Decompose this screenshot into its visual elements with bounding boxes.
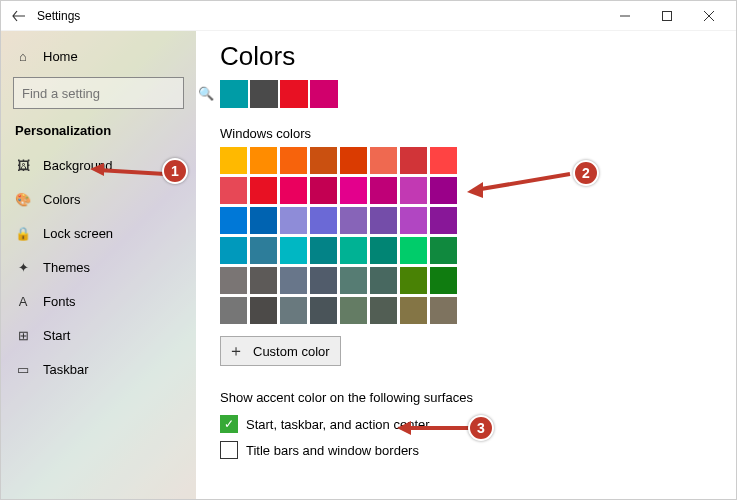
color-swatch[interactable]: [280, 177, 307, 204]
color-swatch[interactable]: [250, 237, 277, 264]
sidebar-item-label: Lock screen: [43, 226, 113, 241]
color-swatch[interactable]: [340, 177, 367, 204]
svg-rect-1: [663, 11, 672, 20]
color-swatch[interactable]: [280, 267, 307, 294]
sidebar-item-label: Taskbar: [43, 362, 89, 377]
color-swatch[interactable]: [250, 207, 277, 234]
color-swatch[interactable]: [310, 207, 337, 234]
color-swatch[interactable]: [250, 147, 277, 174]
color-swatch[interactable]: [250, 267, 277, 294]
color-swatch[interactable]: [370, 207, 397, 234]
close-button[interactable]: [688, 1, 730, 31]
window-title: Settings: [37, 9, 80, 23]
color-swatch[interactable]: [340, 267, 367, 294]
annotation-badge-2: 2: [573, 160, 599, 186]
color-swatch[interactable]: [220, 297, 247, 324]
color-swatch[interactable]: [280, 207, 307, 234]
color-swatch[interactable]: [310, 237, 337, 264]
color-swatch[interactable]: [430, 147, 457, 174]
surfaces-heading: Show accent color on the following surfa…: [220, 390, 712, 405]
home-icon: ⌂: [15, 48, 31, 64]
color-swatch[interactable]: [220, 177, 247, 204]
sidebar-item-themes[interactable]: ✦ Themes: [1, 250, 196, 284]
color-swatch[interactable]: [310, 147, 337, 174]
color-swatch[interactable]: [430, 297, 457, 324]
search-input[interactable]: [14, 86, 198, 101]
annotation-arrow-2: [465, 168, 575, 198]
annotation-badge-1: 1: [162, 158, 188, 184]
color-swatch[interactable]: [220, 147, 247, 174]
color-swatch[interactable]: [220, 237, 247, 264]
page-title: Colors: [220, 41, 712, 72]
color-swatch[interactable]: [370, 267, 397, 294]
checkbox-icon: [220, 441, 238, 459]
color-swatch[interactable]: [280, 297, 307, 324]
accent-swatch: [250, 80, 278, 108]
svg-marker-9: [397, 421, 411, 435]
checkbox-title-bars[interactable]: Title bars and window borders: [220, 441, 712, 459]
theme-icon: ✦: [15, 259, 31, 275]
color-swatch[interactable]: [430, 177, 457, 204]
color-swatch[interactable]: [370, 177, 397, 204]
sidebar-item-label: Themes: [43, 260, 90, 275]
color-swatch[interactable]: [340, 237, 367, 264]
color-swatch[interactable]: [220, 267, 247, 294]
taskbar-icon: ▭: [15, 361, 31, 377]
search-icon: 🔍: [198, 86, 214, 101]
color-swatch[interactable]: [400, 177, 427, 204]
color-swatch[interactable]: [250, 177, 277, 204]
color-swatch[interactable]: [340, 207, 367, 234]
titlebar: Settings: [1, 1, 736, 31]
color-swatch[interactable]: [220, 207, 247, 234]
accent-preview: [220, 80, 712, 108]
lock-icon: 🔒: [15, 225, 31, 241]
color-swatch[interactable]: [370, 147, 397, 174]
maximize-button[interactable]: [646, 1, 688, 31]
sidebar-item-colors[interactable]: 🎨 Colors: [1, 182, 196, 216]
color-swatch[interactable]: [400, 147, 427, 174]
color-swatch[interactable]: [280, 147, 307, 174]
color-swatch[interactable]: [400, 297, 427, 324]
sidebar-item-taskbar[interactable]: ▭ Taskbar: [1, 352, 196, 386]
home-button[interactable]: ⌂ Home: [1, 39, 196, 73]
color-swatch[interactable]: [430, 207, 457, 234]
start-icon: ⊞: [15, 327, 31, 343]
color-swatch[interactable]: [370, 297, 397, 324]
custom-color-label: Custom color: [251, 344, 340, 359]
color-swatch[interactable]: [250, 297, 277, 324]
color-swatch[interactable]: [280, 237, 307, 264]
sidebar-item-label: Start: [43, 328, 70, 343]
color-swatch[interactable]: [400, 237, 427, 264]
color-swatch[interactable]: [310, 177, 337, 204]
sidebar-item-label: Colors: [43, 192, 81, 207]
custom-color-button[interactable]: ＋ Custom color: [220, 336, 341, 366]
color-swatch[interactable]: [310, 297, 337, 324]
color-swatch[interactable]: [340, 147, 367, 174]
checkbox-icon: ✓: [220, 415, 238, 433]
picture-icon: 🖼: [15, 157, 31, 173]
checkbox-label: Title bars and window borders: [246, 443, 419, 458]
sidebar-item-lock-screen[interactable]: 🔒 Lock screen: [1, 216, 196, 250]
category-heading: Personalization: [1, 117, 196, 148]
color-swatch[interactable]: [340, 297, 367, 324]
accent-swatch: [280, 80, 308, 108]
sidebar-item-fonts[interactable]: A Fonts: [1, 284, 196, 318]
svg-marker-7: [467, 182, 483, 198]
color-swatch[interactable]: [400, 207, 427, 234]
svg-marker-5: [90, 163, 104, 176]
svg-line-6: [475, 174, 570, 190]
color-swatch[interactable]: [430, 267, 457, 294]
sidebar-item-start[interactable]: ⊞ Start: [1, 318, 196, 352]
plus-icon: ＋: [221, 336, 251, 366]
accent-swatch: [220, 80, 248, 108]
sidebar: ⌂ Home 🔍 Personalization 🖼 Background 🎨 …: [1, 31, 196, 499]
color-swatch[interactable]: [310, 267, 337, 294]
minimize-button[interactable]: [604, 1, 646, 31]
color-swatch[interactable]: [370, 237, 397, 264]
search-box[interactable]: 🔍: [13, 77, 184, 109]
font-icon: A: [15, 293, 31, 309]
back-button[interactable]: [7, 4, 31, 28]
annotation-arrow-3: [395, 418, 475, 438]
color-swatch[interactable]: [400, 267, 427, 294]
color-swatch[interactable]: [430, 237, 457, 264]
